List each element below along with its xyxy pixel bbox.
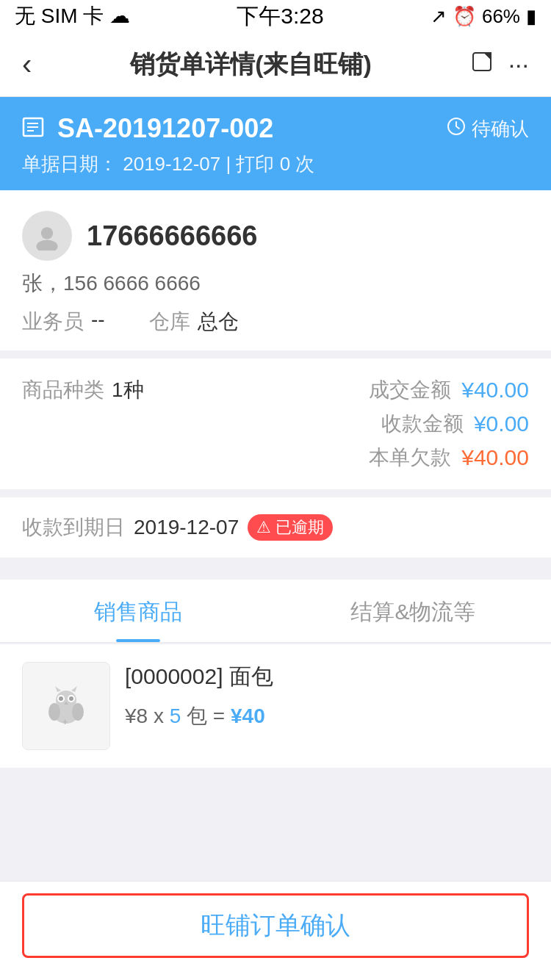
tab-sales-label: 销售商品: [94, 599, 182, 624]
product-price: ¥8: [125, 705, 148, 727]
svg-text:+: +: [62, 717, 68, 727]
category-count: 1种: [112, 376, 144, 404]
received-amount-row: 收款金额 ¥0.00: [381, 410, 529, 438]
order-id-text: SA-20191207-002: [57, 113, 273, 144]
tabs-container: 销售商品 结算&物流等: [0, 580, 551, 643]
order-date: 2019-12-07: [123, 153, 220, 175]
tabs-row: 销售商品 结算&物流等: [0, 580, 551, 643]
received-amount: ¥0.00: [474, 411, 529, 436]
status-time: 下午3:28: [237, 1, 323, 32]
due-date-label: 收款到期日: [22, 514, 125, 541]
svg-point-18: [72, 703, 84, 721]
share-button[interactable]: [470, 50, 494, 79]
product-info: [0000002] 面包 ¥8 x 5 包 = ¥40: [125, 662, 529, 730]
salesperson-value: --: [91, 308, 105, 336]
status-battery: ↗ ⏰ 66% ▮: [431, 5, 536, 28]
product-code: [0000002]: [125, 664, 223, 688]
summary-card: 商品种类 1种 成交金额 ¥40.00 收款金额 ¥0.00 本单欠款 ¥40.…: [0, 359, 551, 489]
location-icon: ↗: [431, 5, 447, 28]
salesperson-label: 业务员: [22, 308, 84, 336]
svg-point-7: [36, 239, 57, 251]
svg-point-6: [41, 227, 53, 239]
svg-point-17: [48, 703, 60, 721]
order-status: 待确认: [447, 116, 529, 142]
svg-point-13: [69, 696, 73, 701]
equals-symbol: =: [213, 705, 231, 727]
overdue-badge: ⚠ 已逾期: [248, 514, 333, 541]
summary-right: 成交金额 ¥40.00 收款金额 ¥0.00 本单欠款 ¥40.00: [369, 376, 529, 472]
warehouse-meta: 仓库 总仓: [149, 308, 239, 336]
back-button[interactable]: ‹: [22, 48, 32, 81]
order-date-row: 单据日期： 2019-12-07 | 打印 0 次: [22, 151, 529, 177]
multiply-symbol: x: [154, 705, 170, 727]
product-name: [0000002] 面包: [125, 662, 529, 692]
bottom-spacer: [0, 768, 551, 856]
tab-settlement[interactable]: 结算&物流等: [276, 580, 551, 642]
status-network: 无 SIM 卡 ☁: [15, 2, 130, 30]
product-thumbnail: +: [22, 662, 110, 750]
more-button[interactable]: ···: [508, 50, 529, 79]
confirm-order-button[interactable]: 旺铺订单确认: [22, 893, 529, 958]
svg-point-11: [59, 696, 63, 701]
customer-main: 17666666666: [22, 211, 529, 261]
customer-name: 张，156 6666 6666: [22, 270, 529, 298]
avatar: [22, 211, 72, 261]
clock-icon: [447, 117, 466, 141]
print-unit: 次: [295, 153, 314, 175]
due-date-value: 2019-12-07: [134, 516, 239, 539]
tab-settlement-label: 结算&物流等: [350, 599, 475, 624]
product-quantity: 5: [170, 705, 181, 727]
print-label: 打印: [236, 153, 274, 175]
order-id-row: SA-20191207-002 待确认: [22, 113, 529, 144]
page-title: 销货单详情(来自旺铺): [130, 48, 372, 82]
customer-card: 17666666666 张，156 6666 6666 业务员 -- 仓库 总仓: [0, 190, 551, 350]
product-card: + [0000002] 面包 ¥8 x 5 包 = ¥40: [0, 644, 551, 768]
due-amount-label: 本单欠款: [369, 444, 451, 472]
category-label: 商品种类: [22, 376, 104, 404]
customer-meta: 业务员 -- 仓库 总仓: [22, 308, 529, 336]
transaction-amount: ¥40.00: [461, 378, 529, 403]
gray-section-1: [0, 565, 551, 580]
alarm-icon: ⏰: [453, 5, 476, 28]
customer-phone: 17666666666: [87, 220, 257, 252]
due-amount-row: 本单欠款 ¥40.00: [369, 444, 529, 472]
transaction-amount-row: 成交金额 ¥40.00: [369, 376, 529, 404]
order-status-text: 待确认: [472, 116, 529, 142]
separator: |: [226, 153, 236, 175]
product-unit: 包: [187, 705, 207, 727]
svg-marker-16: [71, 686, 77, 692]
transaction-label: 成交金额: [369, 376, 451, 404]
order-id: SA-20191207-002: [22, 113, 273, 144]
due-amount: ¥40.00: [461, 445, 529, 470]
tab-sales-products[interactable]: 销售商品: [0, 580, 276, 642]
warehouse-value: 总仓: [198, 308, 239, 336]
summary-left: 商品种类 1种: [22, 376, 144, 404]
battery-icon: ▮: [526, 5, 536, 28]
warehouse-label: 仓库: [149, 308, 190, 336]
order-doc-icon: [22, 113, 48, 144]
product-total: ¥40: [231, 705, 265, 727]
product-logo: +: [40, 684, 92, 728]
warning-icon: ⚠: [256, 518, 271, 537]
order-header: SA-20191207-002 待确认 单据日期： 2019-12-07 | 打…: [0, 97, 551, 190]
svg-marker-15: [55, 686, 61, 692]
overdue-text: 已逾期: [276, 516, 324, 538]
nav-bar: ‹ 销货单详情(来自旺铺) ···: [0, 32, 551, 97]
battery-text: 66%: [482, 5, 520, 28]
due-date-card: 收款到期日 2019-12-07 ⚠ 已逾期: [0, 497, 551, 558]
date-label: 单据日期：: [22, 153, 118, 175]
product-name-text: 面包: [229, 664, 273, 688]
summary-row: 商品种类 1种 成交金额 ¥40.00 收款金额 ¥0.00 本单欠款 ¥40.…: [22, 376, 529, 472]
product-price-row: ¥8 x 5 包 = ¥40: [125, 702, 529, 730]
nav-actions: ···: [470, 50, 529, 79]
confirm-button-container: 旺铺订单确认: [0, 881, 551, 980]
confirm-button-label: 旺铺订单确认: [201, 909, 350, 943]
salesperson-meta: 业务员 --: [22, 308, 105, 336]
print-count: 0: [280, 153, 290, 175]
received-label: 收款金额: [381, 410, 464, 438]
status-bar: 无 SIM 卡 ☁ 下午3:28 ↗ ⏰ 66% ▮: [0, 0, 551, 32]
